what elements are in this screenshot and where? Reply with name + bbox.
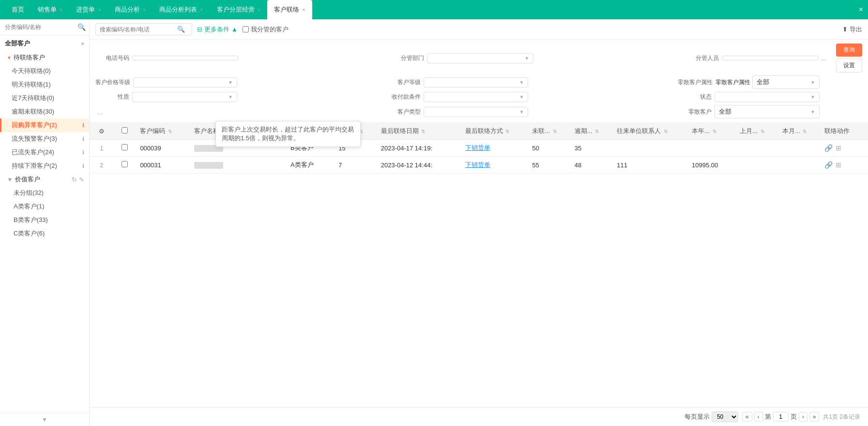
filter-retail-attr-select[interactable]: 全部 ▼	[752, 75, 820, 89]
my-customers-check[interactable]	[243, 26, 249, 32]
nav-customer-contact-close[interactable]: ×	[302, 7, 305, 13]
sidebar-group-pending[interactable]: ▼ 待联络客户	[0, 51, 89, 64]
status-arrow: ▼	[810, 94, 815, 100]
sidebar-item-class-b[interactable]: B类客户(33)	[0, 213, 89, 227]
main-search-input[interactable]	[100, 26, 177, 33]
th-year[interactable]: 本年... ⇅	[687, 123, 735, 140]
sidebar-item-overdue[interactable]: 逾期未联络(30)	[0, 105, 89, 118]
sidebar-item-churned[interactable]: 已流失客户(24) ℹ	[0, 146, 89, 159]
row-last-method[interactable]: 下销货单	[460, 157, 528, 174]
sidebar-item-class-c[interactable]: C类客户(6)	[0, 227, 89, 240]
row-checkbox[interactable]	[114, 157, 136, 174]
settings-button[interactable]: 设置	[836, 59, 862, 73]
row-level: A类客户	[286, 157, 334, 174]
filter-payment-select[interactable]: ▼	[424, 92, 529, 102]
filter-dept-select[interactable]: ▼	[427, 53, 533, 63]
sidebar-item-class-a[interactable]: A类客户(1)	[0, 200, 89, 213]
th-customer-code[interactable]: 客户编码 ⇅	[135, 123, 189, 140]
th-last-month[interactable]: 上月... ⇅	[735, 123, 777, 140]
sidebar-all-customers[interactable]: 全部客户 »	[0, 35, 89, 51]
nav-customer-contact[interactable]: 客户联络 ×	[267, 0, 312, 19]
th-overdue[interactable]: 逾期... ⇅	[570, 123, 612, 140]
row-last-method[interactable]: 下销货单	[460, 140, 528, 157]
last-method-link[interactable]: 下销货单	[465, 161, 490, 168]
th-last-method[interactable]: 最后联络方式 ⇅	[460, 123, 528, 140]
more-conditions-toggle[interactable]: ⊟ 更多条件 ▲	[197, 25, 238, 34]
last-method-link[interactable]: 下销货单	[465, 144, 490, 151]
table-settings-icon[interactable]: ⚙	[99, 128, 105, 135]
first-page-button[interactable]: «	[742, 412, 752, 422]
sidebar-value-customers-group[interactable]: ▼ 价值客户 ↻ ✎	[0, 173, 89, 186]
value-group-refresh-icon[interactable]: ↻	[72, 176, 77, 183]
main-search-icon[interactable]: 🔍	[177, 26, 185, 33]
per-page-select[interactable]: 50 20 100	[712, 411, 738, 422]
sidebar-item-repurchase-abnormal[interactable]: 回购异常客户(2) ℹ	[0, 118, 89, 132]
sidebar-item-today[interactable]: 今天待联络(0)	[0, 64, 89, 78]
nav-product-analysis[interactable]: 商品分析 ×	[108, 0, 152, 19]
th-liaison[interactable]: 往来单位联系人 ⇅	[612, 123, 687, 140]
row-contact-icon[interactable]: 🔗	[824, 161, 833, 169]
filter-person-input[interactable]	[722, 56, 819, 60]
sidebar-collapse-icon[interactable]: »	[81, 40, 84, 47]
filter-bar: 🔍 ⊟ 更多条件 ▲ 我分管的客户 ⬆ 导出	[90, 19, 868, 40]
sidebar-item-declining[interactable]: 持续下滑客户(2) ℹ	[0, 159, 89, 173]
row-year: 10995.00	[687, 157, 735, 174]
select-all-checkbox[interactable]	[122, 127, 128, 133]
filter-person: 分管人员 ...	[685, 54, 828, 62]
sidebar-item-7days[interactable]: 近7天待联络(0)	[0, 91, 89, 105]
nav-product-analysis-close[interactable]: ×	[143, 7, 146, 13]
filter-price-level-select[interactable]: ▼	[133, 77, 237, 88]
filter-status-select[interactable]: ▼	[715, 92, 820, 102]
nav-product-analysis-list-close[interactable]: ×	[200, 7, 203, 13]
nav-purchase[interactable]: 进货单 ×	[69, 0, 107, 19]
nav-purchase-close[interactable]: ×	[98, 7, 101, 13]
row-liaison	[612, 140, 687, 157]
my-customers-checkbox[interactable]: 我分管的客户	[243, 25, 289, 34]
th-this-month[interactable]: 本月... ⇅	[777, 123, 820, 140]
nav-customer-segment-close[interactable]: ×	[258, 7, 260, 13]
sidebar-item-tomorrow[interactable]: 明天待联络(1)	[0, 78, 89, 91]
filter-dept: 分管部门 ▼	[390, 53, 533, 63]
filter-payment: 收付款条件 ▼	[387, 92, 529, 102]
filter-customer-type-select[interactable]: ▼	[424, 107, 529, 117]
row-more-icon[interactable]: ⊞	[836, 144, 841, 152]
row-more-icon[interactable]: ⊞	[836, 161, 841, 169]
export-button[interactable]: ⬆ 导出	[842, 25, 862, 34]
filter-customer-level-select[interactable]: ▼	[424, 77, 529, 88]
row-index: 1	[90, 140, 114, 157]
data-table-wrapper[interactable]: ⚙ 客户编码 ⇅ 客户名称 ⇅	[90, 123, 868, 407]
filter-retail-customer-select[interactable]: 全部 ▼	[715, 105, 820, 118]
nav-sales[interactable]: 销售单 ×	[31, 0, 69, 19]
row-overdue: 35	[570, 140, 612, 157]
filter-gender-select[interactable]: ▼	[132, 92, 237, 102]
row-last-month	[735, 157, 777, 174]
nav-home[interactable]: 首页	[5, 0, 31, 19]
row-checkbox[interactable]	[114, 140, 136, 157]
prev-page-button[interactable]: ‹	[754, 412, 763, 422]
nav-product-analysis-list[interactable]: 商品分析列表 ×	[152, 0, 210, 19]
query-button[interactable]: 查询	[836, 44, 862, 57]
filter-person-dots[interactable]: ...	[819, 54, 828, 62]
row-code: 000031	[135, 157, 189, 174]
filter-more-dots[interactable]: ...	[95, 108, 105, 116]
declining-info-icon: ℹ	[82, 163, 84, 169]
filter-phone-input[interactable]	[132, 56, 239, 60]
value-group-edit-icon[interactable]: ✎	[79, 176, 84, 183]
th-unpay[interactable]: 未联... ⇅	[527, 123, 570, 140]
window-close-button[interactable]: ×	[859, 5, 863, 14]
nav-customer-segment[interactable]: 客户分层经营 ×	[210, 0, 267, 19]
sidebar-search-icon[interactable]: 🔍	[77, 23, 86, 31]
last-page-button[interactable]: »	[809, 412, 820, 422]
next-page-button[interactable]: ›	[799, 412, 807, 422]
th-last-date[interactable]: 最后联络日期 ⇅	[376, 123, 460, 140]
th-settings[interactable]: ⚙	[90, 123, 114, 140]
row-contact-icon[interactable]: 🔗	[824, 144, 833, 152]
page-number-input[interactable]	[773, 412, 789, 422]
nav-sales-close[interactable]: ×	[60, 7, 62, 13]
th-checkbox[interactable]	[114, 123, 136, 140]
sidebar-search-input[interactable]	[5, 24, 77, 30]
sidebar-scroll-down[interactable]: ▼	[0, 413, 89, 426]
sidebar-item-unassigned[interactable]: 未分组(32)	[0, 186, 89, 200]
row-actions: 🔗 ⊞	[820, 157, 868, 174]
sidebar-item-churn-warning[interactable]: 流失预警客户(3) ℹ	[0, 132, 89, 146]
